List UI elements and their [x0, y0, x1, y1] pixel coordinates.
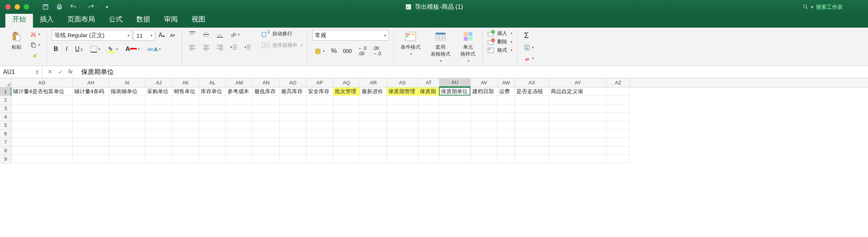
column-header-AX[interactable]: AX	[515, 78, 549, 87]
cell-AY8[interactable]	[549, 146, 607, 155]
column-header-AT[interactable]: AT	[418, 78, 439, 87]
fx-button[interactable]: fx	[68, 68, 73, 76]
cell-AZ1[interactable]	[607, 87, 630, 96]
font-size-select[interactable]: 11▾	[134, 30, 155, 41]
cell-AK4[interactable]	[172, 113, 199, 121]
cell-AR5[interactable]	[360, 121, 387, 130]
cell-AX4[interactable]	[515, 113, 549, 121]
cell-AY5[interactable]	[549, 121, 607, 130]
maximize-window-button[interactable]	[24, 4, 29, 10]
comma-button[interactable]: 000	[341, 47, 354, 55]
cell-AK9[interactable]	[172, 155, 199, 163]
cell-AP8[interactable]	[306, 146, 333, 155]
cell-AV7[interactable]	[471, 138, 498, 146]
cell-AW2[interactable]	[498, 96, 515, 104]
cell-AG7[interactable]	[11, 138, 73, 146]
undo-button[interactable]	[70, 3, 81, 10]
cell-AK8[interactable]	[172, 146, 199, 155]
cell-AJ2[interactable]	[146, 96, 172, 104]
cells-area[interactable]: 辅计量4是否包装单位辅计量4条码报表辅单位采购单位销售单位库存单位参考成本最低库…	[11, 87, 630, 163]
cancel-formula-button[interactable]: ✕	[47, 68, 52, 76]
merge-center-button[interactable]: 合并后居中	[262, 41, 303, 49]
cell-AM3[interactable]	[226, 104, 253, 113]
cell-AO8[interactable]	[280, 146, 306, 155]
cell-AI6[interactable]	[109, 130, 146, 138]
phonetic-button[interactable]: abcA	[146, 45, 163, 54]
cell-AU5[interactable]	[439, 121, 471, 130]
font-color-button[interactable]: A	[124, 44, 142, 54]
cell-AJ7[interactable]	[146, 138, 172, 146]
cell-AH8[interactable]	[73, 146, 109, 155]
search-input[interactable]	[816, 4, 862, 10]
cell-AZ7[interactable]	[607, 138, 630, 146]
align-left-button[interactable]	[187, 43, 198, 51]
font-name-select[interactable]: 等线 Regular (正文)▾	[52, 30, 132, 41]
cell-AL5[interactable]	[199, 121, 226, 130]
align-right-button[interactable]	[214, 43, 226, 51]
cell-AL3[interactable]	[199, 104, 226, 113]
cell-AG9[interactable]	[11, 155, 73, 163]
cell-AJ6[interactable]	[146, 130, 172, 138]
cell-AM8[interactable]	[226, 146, 253, 155]
cell-AU7[interactable]	[439, 138, 471, 146]
cell-AR3[interactable]	[360, 104, 387, 113]
number-format-select[interactable]: 常规▾	[312, 30, 389, 41]
column-header-AR[interactable]: AR	[360, 78, 387, 87]
column-header-AV[interactable]: AV	[471, 78, 498, 87]
cell-AS2[interactable]	[387, 96, 418, 104]
cell-AZ6[interactable]	[607, 130, 630, 138]
cell-AR1[interactable]: 最新进价	[360, 87, 387, 96]
cell-AN4[interactable]	[253, 113, 280, 121]
row-header-9[interactable]: 9	[0, 155, 11, 163]
align-center-button[interactable]	[200, 43, 212, 51]
cell-AP1[interactable]: 安全库存	[306, 87, 333, 96]
cell-AQ4[interactable]	[333, 113, 360, 121]
cell-AO2[interactable]	[280, 96, 306, 104]
cell-AV4[interactable]	[471, 113, 498, 121]
currency-button[interactable]	[312, 46, 327, 56]
cell-AX5[interactable]	[515, 121, 549, 130]
cell-AL4[interactable]	[199, 113, 226, 121]
tab-视图[interactable]: 视图	[185, 12, 212, 28]
cell-AM9[interactable]	[226, 155, 253, 163]
insert-cells-button[interactable]: +插入	[487, 30, 513, 37]
cell-AK3[interactable]	[172, 104, 199, 113]
cell-AX8[interactable]	[515, 146, 549, 155]
cell-AI3[interactable]	[109, 104, 146, 113]
cell-AN3[interactable]	[253, 104, 280, 113]
cell-AX2[interactable]	[515, 96, 549, 104]
cell-AJ3[interactable]	[146, 104, 172, 113]
save-icon[interactable]	[42, 3, 49, 10]
row-header-2[interactable]: 2	[0, 96, 11, 104]
cell-AI5[interactable]	[109, 121, 146, 130]
cell-AY4[interactable]	[549, 113, 607, 121]
orientation-button[interactable]: ab	[228, 30, 242, 39]
cell-AS8[interactable]	[387, 146, 418, 155]
cell-AJ8[interactable]	[146, 146, 172, 155]
cell-AS3[interactable]	[387, 104, 418, 113]
column-header-AW[interactable]: AW	[498, 78, 515, 87]
cell-AR7[interactable]	[360, 138, 387, 146]
cell-AQ9[interactable]	[333, 155, 360, 163]
cell-AX1[interactable]: 是否走冻链	[515, 87, 549, 96]
cell-AK5[interactable]	[172, 121, 199, 130]
cell-AS9[interactable]	[387, 155, 418, 163]
cell-AG4[interactable]	[11, 113, 73, 121]
fill-button[interactable]	[522, 43, 536, 52]
row-header-3[interactable]: 3	[0, 104, 11, 113]
row-header-5[interactable]: 5	[0, 121, 11, 130]
cell-AG2[interactable]	[11, 96, 73, 104]
cell-AY3[interactable]	[549, 104, 607, 113]
cell-AJ4[interactable]	[146, 113, 172, 121]
cell-AP2[interactable]	[306, 96, 333, 104]
paste-button[interactable]: 粘贴	[8, 30, 25, 51]
cell-AH5[interactable]	[73, 121, 109, 130]
minimize-window-button[interactable]	[15, 4, 20, 10]
autosum-button[interactable]: Σ	[522, 30, 531, 41]
cell-AN1[interactable]: 最低库存	[253, 87, 280, 96]
cell-AR2[interactable]	[360, 96, 387, 104]
cell-styles-button[interactable]: 单元 格样式	[458, 30, 478, 64]
cell-AU4[interactable]	[439, 113, 471, 121]
cell-AZ2[interactable]	[607, 96, 630, 104]
cell-AL2[interactable]	[199, 96, 226, 104]
